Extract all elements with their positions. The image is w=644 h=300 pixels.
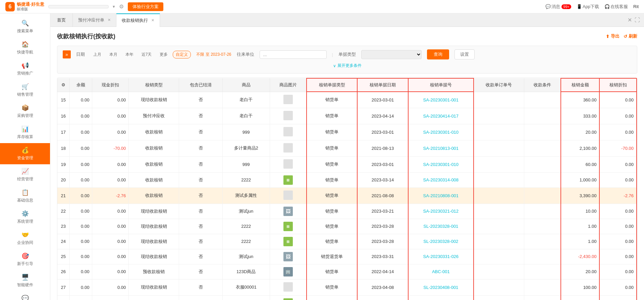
date-btn-this-year[interactable]: 本年 xyxy=(122,51,137,58)
row-writeoff-amount: -2,430.00 xyxy=(561,249,599,264)
product-image: ▦ xyxy=(283,222,293,231)
sidebar-item-business[interactable]: 📈 经营管理 xyxy=(0,164,50,185)
filter-collapse-button[interactable]: » xyxy=(63,50,71,58)
date-btn-last-month[interactable]: 上月 xyxy=(90,51,104,58)
target-icon: 🎯 xyxy=(21,252,29,260)
top-search-input[interactable] xyxy=(48,5,109,8)
table-row: 240.000.00现结收款核销否2222▦销货单2023-03-28SL-20… xyxy=(57,234,637,249)
row-voucher-no[interactable]: SL-20230328-002 xyxy=(408,234,474,249)
tab-home[interactable]: 首页 xyxy=(50,13,73,27)
notification-item[interactable]: 💬 消息 99+ xyxy=(545,4,571,10)
row-order-no xyxy=(474,187,524,204)
row-voucher-no[interactable]: SA-20230314-008 xyxy=(408,172,474,187)
expand-more-button[interactable]: ∨ 展开更多条件 xyxy=(333,63,362,69)
row-cash-discount: 0.00 xyxy=(92,249,129,264)
product-image xyxy=(283,95,293,104)
sidebar-item-basic[interactable]: 📋 基础信息 xyxy=(0,185,50,207)
box-icon: 📦 xyxy=(21,104,29,112)
row-voucher-no[interactable]: SA-20210808-001 xyxy=(408,187,474,204)
row-voucher-no[interactable]: SA-20230301-010 xyxy=(408,156,474,172)
row-voucher-no[interactable]: SA-20230321-012 xyxy=(408,204,474,219)
row-voucher-date: 2023-03-14 xyxy=(357,172,408,187)
sidebar-item-inventory[interactable]: 📊 库存核算 xyxy=(0,122,50,143)
solution-button[interactable]: 体验行业方案 xyxy=(128,2,163,11)
row-id: 15 xyxy=(57,92,69,108)
row-writeoff-type: 预收款核销 xyxy=(129,264,179,279)
tab-bar-close-icon[interactable]: ✕ xyxy=(628,17,632,23)
tab-receivable-close[interactable]: ✕ xyxy=(151,18,154,23)
row-writeoff-type: 现结收款核销 xyxy=(129,234,179,249)
sidebar-item-enterprise[interactable]: 🤝 企业协同 xyxy=(0,228,50,249)
filter-bar: » 日期 上月 本月 本年 近7天 更多 自定义 不限 至 2023-07-26… xyxy=(57,46,637,74)
sidebar-item-sales[interactable]: 🛒 销售管理 xyxy=(0,80,50,101)
megaphone-icon: 📢 xyxy=(21,62,29,69)
voucher-type-select[interactable] xyxy=(361,50,422,59)
product-image: 🖼 xyxy=(283,252,293,261)
th-product: 商品 xyxy=(222,78,270,92)
row-voucher-no[interactable]: SL-20230408-001 xyxy=(408,279,474,295)
date-btn-7days[interactable]: 近7天 xyxy=(139,51,155,58)
gear-icon[interactable]: ⚙ xyxy=(119,3,124,10)
row-writeoff-type: 收款核销 xyxy=(129,140,179,156)
row-writeoff-discount: 0.00 xyxy=(599,295,637,300)
row-voucher-no[interactable]: SA-20210813-001 xyxy=(408,140,474,156)
row-voucher-no[interactable]: SA-20230414-017 xyxy=(408,108,474,124)
tab-prepay[interactable]: 预付冲应付单 ✕ xyxy=(73,13,116,27)
export-button[interactable]: ⬆ 导出 xyxy=(606,33,620,39)
row-balance: 0.00 xyxy=(69,249,92,264)
user-label[interactable]: Rit xyxy=(633,4,639,9)
sidebar-item-finance[interactable]: 💰 资金管理 xyxy=(0,143,50,164)
sidebar-item-guide[interactable]: 🎯 新手引导 xyxy=(0,249,50,270)
refresh-button[interactable]: ↺ 刷新 xyxy=(624,33,637,39)
row-included: 否 xyxy=(179,92,222,108)
row-voucher-type: 销货单 xyxy=(307,92,358,108)
row-voucher-no[interactable]: SA-20230301-001 xyxy=(408,92,474,108)
tab-bar-expand-icon[interactable]: ⛶ xyxy=(635,17,640,23)
sidebar-item-wechat[interactable]: 💬 企业微信 xyxy=(0,291,50,300)
row-cash-discount: 0.00 xyxy=(92,279,129,295)
row-writeoff-amount: 10.00 xyxy=(561,204,599,219)
sidebar-item-system[interactable]: ⚙️ 系统管理 xyxy=(0,207,50,228)
app-logo: 6 畅捷通·好生意 标准版 xyxy=(5,2,44,11)
row-voucher-date: 2023-03-28 xyxy=(357,219,408,234)
sidebar-item-purchase[interactable]: 📦 采购管理 xyxy=(0,101,50,122)
counterpart-input[interactable] xyxy=(260,50,327,59)
query-button[interactable]: 查询 xyxy=(427,49,449,59)
row-voucher-no[interactable]: SA-20230331-026 xyxy=(408,249,474,264)
row-payment-term xyxy=(524,140,561,156)
row-order-no xyxy=(474,92,524,108)
row-id: 16 xyxy=(57,108,69,124)
online-service-item[interactable]: 🎧 在线客服 xyxy=(604,4,628,10)
row-writeoff-type: 现结收款核销 xyxy=(129,219,179,234)
row-product-img: ▦ xyxy=(270,234,307,249)
sidebar-item-marketing[interactable]: 📢 营销推广 xyxy=(0,58,50,80)
tab-prepay-close[interactable]: ✕ xyxy=(108,18,111,22)
sidebar-label-finance: 资金管理 xyxy=(17,155,33,161)
dropdown-icon[interactable]: ▾ xyxy=(113,4,115,9)
row-voucher-no[interactable]: ABC-001 xyxy=(408,264,474,279)
sidebar-label-business: 经营管理 xyxy=(17,176,33,182)
sidebar-item-quick[interactable]: 🏠 快捷导航 xyxy=(0,37,50,58)
row-writeoff-amount: 2,100.00 xyxy=(561,140,599,156)
date-btn-more[interactable]: 更多 xyxy=(157,51,171,58)
row-balance: 0.00 xyxy=(69,234,92,249)
app-download-item[interactable]: 📱 App下载 xyxy=(577,4,599,10)
monitor-icon: 🖥️ xyxy=(21,273,29,281)
row-product: 测试多属性 xyxy=(222,187,270,204)
sidebar-item-search[interactable]: 🔍 搜索菜单 xyxy=(0,16,50,37)
row-included: 否 xyxy=(179,264,222,279)
sidebar-item-hardware[interactable]: 🖥️ 智能硬件 xyxy=(0,270,50,291)
date-btn-this-month[interactable]: 本月 xyxy=(106,51,120,58)
date-btn-custom[interactable]: 自定义 xyxy=(173,51,191,58)
row-voucher-no[interactable]: SL-20230328-001 xyxy=(408,219,474,234)
row-product-img xyxy=(270,140,307,156)
product-image: ▦ xyxy=(283,237,293,246)
row-writeoff-type: 收款核销 xyxy=(129,187,179,204)
th-setting[interactable]: ⚙ xyxy=(57,78,69,92)
row-voucher-no[interactable]: SA-20230301-010 xyxy=(408,124,474,140)
row-voucher-no[interactable]: SL-20230418-001 xyxy=(408,295,474,300)
tab-receivable[interactable]: 收款核销执行 ✕ xyxy=(116,13,160,27)
export-icon: ⬆ xyxy=(606,34,609,39)
setting-button[interactable]: 设置 xyxy=(454,49,475,59)
row-writeoff-discount: 0.00 xyxy=(599,156,637,172)
